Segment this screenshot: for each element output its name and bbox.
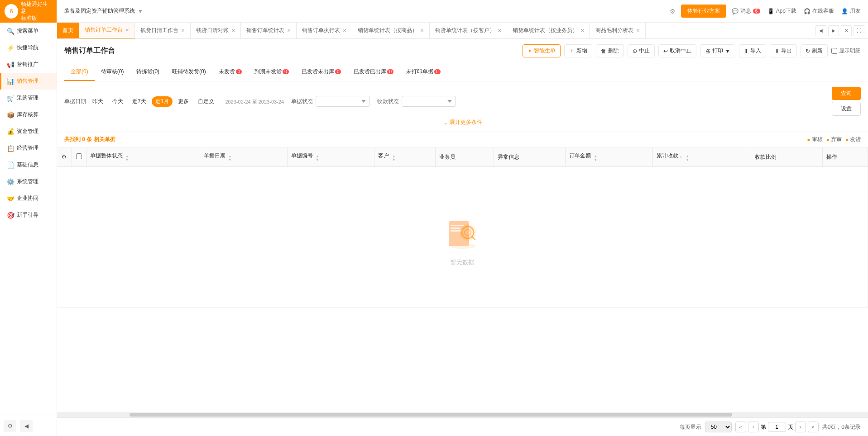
date-option-1month[interactable]: 近1月 [152, 96, 173, 107]
sort-status-icon[interactable]: ▲▼ [125, 155, 129, 162]
last-page-btn[interactable]: » [808, 422, 819, 432]
expand-row: ⌄ 展开更多条件 [64, 118, 861, 126]
import-btn[interactable]: ⬆ 导入 [739, 44, 766, 57]
sort-date-icon[interactable]: ▲▼ [228, 155, 232, 162]
select-all-checkbox[interactable] [76, 153, 82, 159]
filter-tab-all[interactable]: 全部(0) [64, 63, 95, 81]
show-detail-checkbox[interactable]: 显示明细 [831, 47, 861, 55]
date-option-yesterday[interactable]: 昨天 [89, 96, 107, 107]
tab-close-sales-exec[interactable]: ✕ [343, 28, 346, 33]
tab-close-summary-product[interactable]: ✕ [420, 28, 424, 33]
tab-sales-workbench[interactable]: 销售订单工作台 ✕ [79, 23, 135, 39]
tab-close-summary-customer[interactable]: ✕ [498, 28, 501, 33]
sidebar-item-basic-info[interactable]: 📄 基础信息 [0, 156, 57, 173]
plus-icon: ＋ [569, 47, 575, 55]
settings-btn[interactable]: 设置 [832, 102, 861, 116]
date-option-today[interactable]: 今天 [109, 96, 127, 107]
stop-btn[interactable]: ⊙ 中止 [628, 44, 655, 57]
user-action[interactable]: 👤 用友 [841, 7, 861, 15]
col-checkbox[interactable] [72, 147, 86, 167]
prev-page-btn[interactable]: ‹ [748, 422, 759, 432]
horizontal-scrollbar[interactable] [57, 412, 868, 417]
scrollbar-thumb[interactable] [129, 413, 732, 417]
date-option-custom[interactable]: 自定义 [194, 96, 218, 107]
sort-collected-icon[interactable]: ▲▼ [686, 155, 689, 162]
sidebar-item-finance[interactable]: 💰 资金管理 [0, 123, 57, 140]
sidebar-item-inventory[interactable]: 📦 库存核算 [0, 106, 57, 123]
sidebar-item-system[interactable]: ⚙️ 系统管理 [0, 173, 57, 190]
tab-home[interactable]: 首页 [57, 23, 79, 39]
tab-product-margin[interactable]: 商品毛利分析表 ✕ [590, 23, 646, 39]
empty-cell: 暂无数据 [57, 167, 868, 308]
query-btn[interactable]: 查询 [832, 87, 861, 100]
tab-close-sales-workbench[interactable]: ✕ [125, 28, 129, 33]
show-detail-input[interactable] [831, 48, 837, 54]
page-size-select[interactable]: 50 20 100 [705, 422, 732, 432]
tab-close-all[interactable]: ✕ [841, 25, 852, 36]
sidebar-item-search[interactable]: 🔍 搜索菜单 [0, 23, 57, 39]
online-service-action[interactable]: 🎧 在线客服 [804, 7, 834, 15]
date-option-more[interactable]: 更多 [174, 96, 192, 107]
status-select[interactable] [316, 96, 370, 107]
tab-sales-summary-staff[interactable]: 销货单统计表（按业务员） ✕ [507, 23, 590, 39]
filter-tab-shipped-out[interactable]: 已发货已出库0 [347, 63, 400, 81]
sort-number-icon[interactable]: ▲▼ [316, 155, 319, 162]
tab-close-cash-reconcile[interactable]: ✕ [231, 28, 235, 33]
refresh-btn[interactable]: ↻ 刷新 [801, 44, 828, 57]
tab-maximize[interactable]: ⛶ [854, 25, 864, 36]
tab-prev-arrow[interactable]: ◀ [815, 25, 826, 36]
sort-amount-icon[interactable]: ▲▼ [594, 155, 597, 162]
tab-sales-summary-customer[interactable]: 销货单统计表（按客户） ✕ [430, 23, 507, 39]
sidebar-item-marketing[interactable]: 📢 营销推广 [0, 56, 57, 73]
gear-settings[interactable]: ⚙ [670, 8, 676, 15]
col-settings[interactable]: ⚙ [57, 147, 72, 167]
settings-button[interactable]: ⚙ [4, 420, 16, 432]
add-btn[interactable]: ＋ 新增 [564, 44, 592, 57]
filter-tab-shipped-not-out[interactable]: 已发货未出库0 [295, 63, 348, 81]
ship-btn[interactable]: ● 发货 [845, 136, 861, 143]
collapse-button[interactable]: ◀ [20, 420, 33, 432]
filter-tab-pending-review[interactable]: 待审核(0) [95, 63, 130, 81]
date-option-7days[interactable]: 近7天 [129, 96, 150, 107]
tab-sales-summary-product[interactable]: 销货单统计表（按商品） ✕ [352, 23, 430, 39]
tab-close-sales-stats[interactable]: ✕ [287, 28, 291, 33]
tab-close-cash-daily[interactable]: ✕ [181, 28, 185, 33]
tab-cash-daily[interactable]: 钱货日清工作台 ✕ [135, 23, 191, 39]
filter-tab-pending-inspect[interactable]: 待拣货(0) [130, 63, 166, 81]
sidebar-item-purchase[interactable]: 🛒 采购管理 [0, 90, 57, 106]
page-input[interactable] [768, 422, 786, 432]
results-count: 共找到 0 条 相关单据 [64, 136, 115, 143]
dropdown-icon[interactable]: ▼ [138, 8, 143, 14]
tab-cash-reconcile[interactable]: 钱货日清对账 ✕ [191, 23, 241, 39]
sidebar-item-guide[interactable]: 🎯 新手引导 [0, 207, 57, 223]
filter-tab-not-shipped[interactable]: 未发货0 [212, 63, 249, 81]
tab-sales-stats[interactable]: 销售订单统计表 ✕ [241, 23, 297, 39]
sort-customer-icon[interactable]: ▲▼ [392, 155, 396, 162]
next-page-btn[interactable]: › [795, 422, 806, 432]
print-btn[interactable]: 🖨 打印 ▼ [700, 44, 735, 57]
tab-close-summary-staff[interactable]: ✕ [580, 28, 584, 33]
sidebar-item-sales[interactable]: 📊 销售管理 [0, 73, 57, 90]
expand-btn[interactable]: ⌄ 展开更多条件 [443, 118, 482, 126]
app-download-action[interactable]: 📱 App下载 [767, 7, 796, 15]
message-action[interactable]: 💬 消息 6 [732, 7, 760, 15]
table-container: ⚙ 单据整体状态 ▲▼ 单据日期 ▲▼ 单据编号 ▲▼ [57, 147, 868, 412]
filter-tab-expired[interactable]: 到期未发货0 [248, 63, 295, 81]
delete-btn[interactable]: 🗑 删除 [596, 44, 624, 57]
export-btn[interactable]: ⬇ 导出 [770, 44, 797, 57]
tab-next-arrow[interactable]: ▶ [828, 25, 839, 36]
sidebar-item-enterprise[interactable]: 🤝 企业协同 [0, 190, 57, 207]
payment-select[interactable] [402, 96, 456, 107]
sidebar-item-quick-nav[interactable]: ⚡ 快捷导航 [0, 39, 57, 56]
filter-tab-wangpu[interactable]: 旺铺待发货(0) [166, 63, 212, 81]
sidebar-item-operations[interactable]: 📋 经营管理 [0, 140, 57, 156]
ai-generate-btn[interactable]: ✦ 智能生单 [523, 44, 561, 57]
tab-sales-exec[interactable]: 销售订单执行表 ✕ [297, 23, 352, 39]
filter-tab-not-printed[interactable]: 未打印单据0 [400, 63, 447, 81]
experience-btn[interactable]: 体验行业方案 [681, 5, 726, 18]
tab-close-product-margin[interactable]: ✕ [636, 28, 640, 33]
review-btn[interactable]: ● 审核 [807, 136, 822, 143]
first-page-btn[interactable]: « [735, 422, 746, 432]
cancel-stop-btn[interactable]: ↩ 取消中止 [658, 44, 696, 57]
cancel-review-btn[interactable]: ● 弃审 [826, 136, 842, 143]
